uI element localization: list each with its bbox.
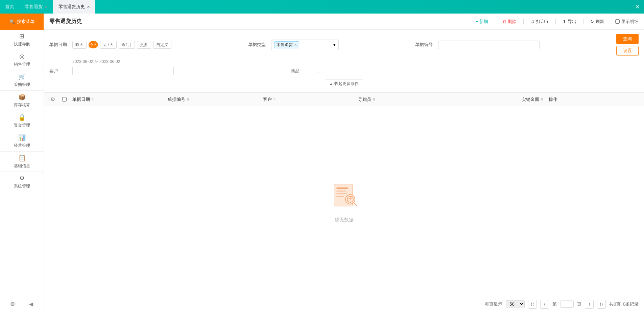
goods-select[interactable]: ... [314, 67, 415, 75]
svg-rect-2 [336, 191, 346, 192]
export-icon: ⬆ [563, 19, 566, 24]
tab-retail-return-close[interactable]: ✕ [45, 5, 48, 9]
system-icon: ⚙ [19, 175, 25, 182]
th-date-label: 单据日期 [72, 96, 90, 103]
voucher-no-input[interactable] [438, 41, 540, 49]
sidebar-item-basic-info[interactable]: 📋 基础信息 [0, 152, 44, 172]
sidebar-item-purchase[interactable]: 🛒 采购管理 [0, 70, 44, 91]
prev-page-button[interactable]: ⟨ [540, 300, 549, 309]
sidebar-item-quick-nav[interactable]: ⊞ 快捷导航 [0, 30, 44, 50]
new-button[interactable]: + 新增 [473, 17, 491, 26]
goods-placeholder: ... [317, 68, 320, 73]
th-customer-sort[interactable]: ⇅ [273, 97, 276, 101]
sidebar-item-finance[interactable]: 🔒 资金管理 [0, 111, 44, 131]
th-no-label: 单据编号 [168, 96, 185, 103]
sidebar-item-sales[interactable]: ◎ 销售管理 [0, 50, 44, 70]
filter-settings-button[interactable]: 设置 [616, 46, 639, 55]
date-btn-7days[interactable]: 近7天 [100, 41, 117, 49]
next-page-button[interactable]: ⟩ [585, 300, 594, 309]
page-actions: + 新增 🗑 删除 🖨 打印 ▾ ⬆ 导出 ↻ 刷新 [473, 17, 639, 26]
th-no-sort[interactable]: ⇅ [187, 97, 189, 101]
filter-voucher-type-item: 单据类型 零售退货 ✕ ▾ [248, 40, 339, 50]
tab-retail-return-history-close[interactable]: ✕ [87, 5, 90, 9]
settings-icon: ⚙ [10, 301, 15, 307]
date-btn-custom[interactable]: 自定义 [153, 41, 171, 49]
date-btn-today[interactable]: 今天 [89, 41, 98, 48]
th-amount-sort[interactable]: ⇅ [541, 97, 543, 101]
print-arrow-icon: ▾ [546, 19, 549, 24]
tab-retail-return[interactable]: 零售退货 ✕ [20, 0, 53, 14]
th-action-label: 操作 [549, 96, 557, 103]
page-unit: 页 [577, 301, 581, 307]
sidebar-item-operations[interactable]: 📊 经营管理 [0, 131, 44, 152]
divider [495, 19, 495, 24]
th-guide: 导购员 ⇅ [355, 96, 451, 103]
first-page-button[interactable]: ⟨⟨ [528, 300, 537, 309]
sidebar-item-inventory[interactable]: 📦 库存核算 [0, 91, 44, 111]
delete-button[interactable]: 🗑 删除 [499, 17, 519, 26]
voucher-type-tag: 零售退货 ✕ [274, 41, 299, 48]
table-header: ⚙ 单据日期 ⇅ 单据编号 ⇅ 客户 ⇅ 导购员 ⇅ [44, 93, 644, 106]
show-detail-checkbox[interactable]: 显示明细 [615, 19, 639, 25]
export-button[interactable]: ⬆ 导出 [560, 17, 579, 26]
th-date-sort[interactable]: ⇅ [91, 97, 94, 101]
tab-retail-return-history-label: 零售退货历史 [58, 4, 85, 10]
filter-date-item: 单据日期 昨天 今天 近7天 近1月 更多 自定义 [49, 41, 171, 49]
page-input[interactable]: 1 [560, 300, 574, 308]
collapse-button[interactable]: ▲ 收起更多条件 [325, 79, 363, 88]
basic-info-icon: 📋 [18, 154, 26, 162]
svg-rect-4 [336, 196, 344, 197]
empty-icon [327, 179, 361, 213]
th-no: 单据编号 ⇅ [165, 96, 260, 103]
date-btn-1month[interactable]: 近1月 [119, 41, 135, 49]
date-btn-yesterday[interactable]: 昨天 [72, 41, 87, 49]
print-icon: 🖨 [530, 19, 535, 24]
voucher-type-tag-close[interactable]: ✕ [294, 43, 297, 47]
window-close-button[interactable]: ✕ [630, 0, 644, 14]
divider4 [583, 19, 583, 24]
divider3 [555, 19, 556, 24]
th-guide-sort[interactable]: ⇅ [373, 97, 375, 101]
tab-home-label: 首页 [5, 4, 14, 10]
filter-customer-item: 客户 ... [49, 67, 174, 75]
query-button[interactable]: 查询 [616, 34, 639, 44]
sidebar-item-system[interactable]: ⚙ 系统管理 [0, 172, 44, 192]
sidebar-settings-button[interactable]: ⚙ [7, 299, 18, 310]
date-btn-more[interactable]: 更多 [137, 41, 151, 49]
last-page-button[interactable]: ⟩⟩ [597, 300, 606, 309]
th-amount: 实销金额 ⇅ [451, 96, 546, 103]
filter-row-2: 客户 ... 商品 ... [49, 67, 639, 75]
tab-retail-return-label: 零售退货 [25, 4, 43, 10]
filter-voucher-no-item: 单据编号 [415, 41, 540, 49]
svg-line-7 [354, 203, 356, 205]
sidebar-item-purchase-label: 采购管理 [14, 82, 30, 88]
sidebar-menu: ⊞ 快捷导航 ◎ 销售管理 🛒 采购管理 📦 库存核算 🔒 资金管理 📊 经 [0, 30, 44, 296]
export-label: 导出 [568, 19, 576, 25]
total-text: 共0页, 0条记录 [609, 301, 639, 307]
refresh-button[interactable]: ↻ 刷新 [588, 17, 607, 26]
sidebar-search-button[interactable]: 🔍 搜索菜单 [0, 14, 44, 30]
tab-home[interactable]: 首页 [0, 0, 20, 14]
page-size-select[interactable]: 50 10 20 100 [506, 300, 525, 308]
purchase-icon: 🛒 [18, 73, 26, 81]
show-detail-input[interactable] [615, 19, 620, 24]
sidebar-item-basic-info-label: 基础信息 [14, 163, 30, 169]
table-settings-button[interactable]: ⚙ [47, 96, 59, 103]
sidebar-item-sales-label: 销售管理 [14, 62, 30, 67]
table-container: ⚙ 单据日期 ⇅ 单据编号 ⇅ 客户 ⇅ 导购员 ⇅ [44, 93, 644, 312]
voucher-type-select[interactable]: 零售退货 ✕ ▾ [271, 40, 339, 50]
th-customer: 客户 ⇅ [260, 96, 356, 103]
voucher-no-label: 单据编号 [415, 42, 435, 48]
collapse-up-icon: ▲ [329, 82, 333, 86]
tab-retail-return-history[interactable]: 零售退货历史 ✕ [53, 0, 95, 14]
print-button[interactable]: 🖨 打印 ▾ [528, 17, 551, 26]
select-all-input[interactable] [62, 97, 67, 102]
empty-state: 暂无数据 [327, 179, 361, 223]
sidebar-collapse-button[interactable]: ◀ [26, 299, 37, 310]
sales-icon: ◎ [19, 53, 25, 60]
divider5 [611, 19, 611, 24]
filter-row-1: 单据日期 昨天 今天 近7天 近1月 更多 自定义 单据类型 [49, 34, 639, 55]
customer-select[interactable]: ... [72, 67, 174, 75]
table-select-all-checkbox[interactable] [59, 97, 70, 102]
page-size-label: 每页显示 [485, 301, 502, 307]
